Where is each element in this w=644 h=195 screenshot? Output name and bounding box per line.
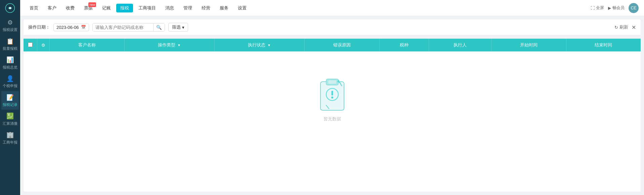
tax-summary-icon: 📊	[6, 56, 14, 64]
nav-items: 首页客户收费票据new记账报税工商项目消息管理经营服务设置	[26, 4, 591, 12]
calendar-icon: 📅	[81, 25, 86, 30]
chevron-down-icon: ▾	[182, 25, 184, 30]
settings-icon[interactable]: ⚙	[41, 43, 45, 48]
avatar[interactable]: CE	[629, 3, 639, 13]
sidebar-item-label: 报税记录	[3, 102, 17, 107]
nav-label: 报税	[120, 5, 129, 10]
table-header-row: ⚙客户名称操作类型 ▼执行状态 ▼错误原因税种执行人开始时间结束时间	[24, 39, 641, 51]
nav-item-tax[interactable]: 报税	[116, 4, 133, 12]
date-input[interactable]: 2023-06-06 📅	[53, 24, 89, 31]
sidebar-item-tax-settings[interactable]: ⚙报税设置	[1, 16, 19, 35]
sidebar-item-label: 报税设置	[3, 27, 17, 32]
sidebar-item-personal-tax[interactable]: 👤个税申报	[1, 72, 19, 91]
refresh-label: 刷新	[619, 24, 628, 30]
member-button[interactable]: ▶ 畅会员	[608, 5, 625, 11]
sidebar-item-label: 报税总览	[3, 65, 17, 70]
records-table: ⚙客户名称操作类型 ▼执行状态 ▼错误原因税种执行人开始时间结束时间	[24, 39, 641, 142]
sidebar: ⚙报税设置📋批量报税📊报税总览👤个税申报📝报税记录💹汇算清缴🏢工商年报	[0, 0, 20, 195]
sidebar-item-label: 个税申报	[3, 83, 17, 88]
sidebar-item-tax-records[interactable]: 📝报税记录	[1, 91, 19, 110]
nav-label: 首页	[30, 5, 38, 10]
toolbar: 操作日期： 2023-06-06 📅 🔍 筛选 ▾ ↻ 刷新 ✕	[24, 20, 641, 35]
nav-item-customer[interactable]: 客户	[44, 4, 60, 12]
select-all-checkbox[interactable]	[28, 42, 33, 47]
nav-label: 消息	[165, 5, 174, 10]
refresh-icon: ↻	[614, 25, 618, 30]
search-input[interactable]	[93, 24, 153, 31]
nav-label: 客户	[48, 5, 56, 10]
nav-label: 工商项目	[138, 5, 156, 10]
nav-item-bizproject[interactable]: 工商项目	[134, 4, 160, 12]
table-container: ⚙客户名称操作类型 ▼执行状态 ▼错误原因税种执行人开始时间结束时间	[24, 39, 641, 192]
svg-rect-4	[328, 80, 336, 84]
th-exec_status: 执行状态 ▼	[214, 39, 304, 51]
page-content: 操作日期： 2023-06-06 📅 🔍 筛选 ▾ ↻ 刷新 ✕	[20, 16, 644, 195]
nav-item-billing[interactable]: 收费	[62, 4, 79, 12]
nav-label: 记账	[102, 5, 111, 10]
search-box: 🔍	[92, 23, 165, 32]
nav-item-accounting[interactable]: 记账	[98, 4, 115, 12]
settlement-icon: 💹	[6, 112, 14, 120]
search-button[interactable]: 🔍	[153, 24, 165, 31]
nav-label: 经营	[202, 5, 210, 10]
sort-icon: ▼	[177, 43, 181, 47]
th-customer_name: 客户名称	[49, 39, 124, 51]
member-icon: ▶	[608, 6, 611, 10]
svg-point-1	[9, 7, 11, 9]
nav-item-home[interactable]: 首页	[26, 4, 42, 12]
main-content: 首页客户收费票据new记账报税工商项目消息管理经营服务设置 ⛶ 全屏 ▶ 畅会员…	[20, 0, 644, 195]
sidebar-item-label: 工商年报	[3, 140, 17, 145]
nav-label: 设置	[238, 5, 247, 10]
sidebar-item-tax-summary[interactable]: 📊报税总览	[1, 53, 19, 72]
tax-records-icon: 📝	[6, 94, 14, 102]
empty-illustration	[312, 72, 352, 112]
svg-point-7	[331, 96, 333, 99]
annual-report-icon: 🏢	[6, 131, 14, 139]
filter-label: 筛选	[172, 24, 181, 30]
nav-item-operation[interactable]: 经营	[198, 4, 214, 12]
personal-tax-icon: 👤	[6, 75, 14, 83]
nav-item-manage[interactable]: 管理	[179, 4, 196, 12]
filter-button[interactable]: 筛选 ▾	[168, 23, 188, 32]
refresh-button[interactable]: ↻ 刷新	[614, 24, 628, 30]
th-gear: ⚙	[37, 39, 49, 51]
nav-label: 收费	[66, 5, 75, 10]
date-value: 2023-06-06	[56, 25, 79, 30]
empty-text: 暂无数据	[324, 116, 341, 122]
sidebar-item-label: 批量报税	[3, 46, 17, 51]
close-button[interactable]: ✕	[632, 24, 636, 31]
new-badge: new	[88, 2, 96, 7]
th-operation_type: 操作类型 ▼	[124, 39, 214, 51]
th-tax_type: 税种	[379, 39, 429, 51]
sidebar-item-annual-report[interactable]: 🏢工商年报	[1, 128, 19, 147]
fullscreen-button[interactable]: ⛶ 全屏	[591, 5, 604, 11]
empty-row: 暂无数据	[24, 51, 641, 142]
nav-item-messages[interactable]: 消息	[161, 4, 178, 12]
batch-tax-icon: 📋	[6, 38, 14, 45]
th-executor: 执行人	[429, 39, 491, 51]
th-checkbox[interactable]	[24, 39, 37, 51]
nav-label: 管理	[183, 5, 192, 10]
search-icon: 🔍	[156, 25, 162, 30]
nav-label: 服务	[220, 5, 228, 10]
nav-item-service[interactable]: 服务	[216, 4, 232, 12]
empty-state: 暂无数据	[24, 51, 641, 142]
th-end_time: 结束时间	[566, 39, 641, 51]
fullscreen-label: 全屏	[596, 5, 604, 11]
nav-item-invoice[interactable]: 票据new	[80, 4, 97, 12]
sidebar-item-settlement[interactable]: 💹汇算清缴	[1, 110, 19, 128]
svg-rect-6	[331, 91, 333, 95]
th-error_reason: 错误原因	[304, 39, 379, 51]
svg-rect-2	[320, 82, 344, 110]
top-navigation: 首页客户收费票据new记账报税工商项目消息管理经营服务设置 ⛶ 全屏 ▶ 畅会员…	[20, 0, 644, 16]
sort-icon: ▼	[267, 43, 271, 47]
toolbar-right: ↻ 刷新 ✕	[614, 24, 636, 31]
tax-settings-icon: ⚙	[7, 19, 13, 27]
sidebar-item-batch-tax[interactable]: 📋批量报税	[1, 35, 19, 54]
date-label: 操作日期：	[28, 24, 50, 30]
fullscreen-icon: ⛶	[591, 6, 595, 10]
member-label: 畅会员	[612, 5, 625, 11]
nav-item-settings[interactable]: 设置	[234, 4, 251, 12]
topnav-right: ⛶ 全屏 ▶ 畅会员 CE	[591, 3, 639, 13]
th-start_time: 开始时间	[491, 39, 566, 51]
